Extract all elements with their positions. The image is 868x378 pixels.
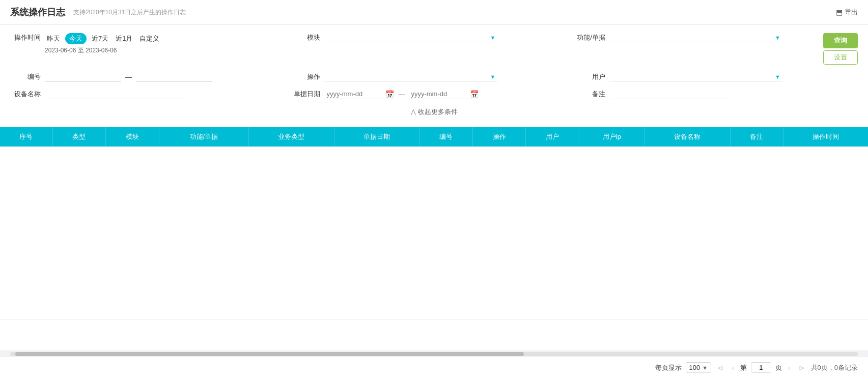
col-seq: 序号	[0, 127, 52, 147]
collapse-icon: ⋀	[411, 108, 416, 115]
total-info: 共0页，0条记录	[811, 363, 858, 372]
date-label: 单据日期	[290, 90, 320, 99]
page-number-input[interactable]	[751, 362, 771, 373]
remark-input[interactable]	[609, 89, 732, 99]
table-header: 序号 类型 模块 功能/单据 业务类型 单据日期 编号 操作 用户 用户ip 设…	[0, 127, 868, 147]
date-filter: 单据日期 📅 — 📅	[290, 89, 569, 99]
func-select[interactable]: ▼	[609, 34, 782, 42]
user-label: 用户	[570, 72, 605, 81]
device-filter: 设备名称	[10, 89, 290, 99]
time-btn-7days[interactable]: 近7天	[90, 33, 110, 44]
user-select[interactable]: ▼	[609, 73, 782, 81]
number-from-input[interactable]	[45, 72, 121, 82]
filter-area: 操作时间 昨天 今天 近7天 近1月 自定义 2023-06-06 至 2023…	[0, 25, 868, 127]
date-to-calendar-icon[interactable]: 📅	[470, 90, 479, 98]
col-biz-type: 业务类型	[249, 127, 334, 147]
number-label: 编号	[10, 72, 41, 81]
operation-filter: 操作 ▼	[290, 72, 569, 81]
operation-label: 操作	[290, 72, 320, 81]
module-label: 模块	[290, 33, 320, 42]
device-label: 设备名称	[10, 90, 41, 99]
pagination-bar: 每页显示 100 ▼ ⊲ ‹ 第 页 › ⊳ 共0页，0条记录	[0, 357, 868, 378]
time-options: 昨天 今天 近7天 近1月 自定义 2023-06-06 至 2023-06-0…	[45, 33, 161, 55]
collapse-row: ⋀ 收起更多条件	[10, 103, 858, 119]
time-buttons: 昨天 今天 近7天 近1月 自定义	[45, 33, 161, 44]
next-page-button[interactable]: ›	[786, 363, 793, 373]
user-chevron-icon: ▼	[775, 74, 780, 80]
empty-cell	[0, 147, 868, 319]
date-from-calendar-icon[interactable]: 📅	[385, 90, 394, 98]
scrollbar-thumb	[15, 352, 524, 356]
module-select[interactable]: ▼	[324, 34, 497, 42]
col-user: 用户	[526, 127, 579, 147]
query-button[interactable]: 查询	[823, 33, 858, 48]
collapse-button[interactable]: ⋀ 收起更多条件	[411, 107, 458, 117]
time-btn-yesterday[interactable]: 昨天	[45, 33, 62, 44]
col-operation: 操作	[472, 127, 525, 147]
col-remark: 备注	[730, 127, 783, 147]
page-header: 系统操作日志 支持2020年10月31日之后产生的操作日志 ⬒ 导出	[0, 0, 868, 25]
time-btn-custom[interactable]: 自定义	[137, 33, 161, 44]
scrollbar-area[interactable]	[0, 351, 868, 357]
col-module: 模块	[106, 127, 159, 147]
func-label: 功能/单据	[570, 33, 605, 42]
operation-chevron-icon: ▼	[490, 74, 496, 80]
col-device: 设备名称	[645, 127, 730, 147]
time-range: 2023-06-06 至 2023-06-06	[45, 46, 161, 55]
col-doc-date: 单据日期	[334, 127, 419, 147]
per-page-label: 每页显示	[655, 363, 682, 372]
collapse-label: 收起更多条件	[418, 107, 458, 117]
module-chevron-icon: ▼	[490, 35, 496, 41]
page-title: 系统操作日志	[10, 6, 65, 18]
module-filter: 模块 ▼	[290, 33, 569, 42]
operation-select[interactable]: ▼	[324, 73, 497, 81]
table-body	[0, 147, 868, 319]
col-func: 功能/单据	[159, 127, 248, 147]
per-page-chevron-icon: ▼	[702, 365, 708, 371]
prev-page-button[interactable]: ‹	[730, 363, 736, 373]
action-buttons: 查询 设置	[823, 33, 858, 65]
per-page-select[interactable]: 100 ▼	[686, 362, 712, 373]
empty-row	[0, 147, 868, 319]
first-page-button[interactable]: ⊲	[715, 363, 725, 373]
page-subtitle: 支持2020年10月31日之后产生的操作日志	[73, 8, 186, 17]
func-filter: 功能/单据 ▼	[570, 33, 807, 42]
device-input[interactable]	[45, 89, 187, 99]
page-label: 第	[740, 363, 747, 372]
table-area: 序号 类型 模块 功能/单据 业务类型 单据日期 编号 操作 用户 用户ip 设…	[0, 127, 868, 351]
date-range-sep: —	[398, 91, 405, 98]
page-wrapper: 系统操作日志 支持2020年10月31日之后产生的操作日志 ⬒ 导出 操作时间 …	[0, 0, 868, 378]
number-filter: 编号 —	[10, 72, 290, 82]
data-table: 序号 类型 模块 功能/单据 业务类型 单据日期 编号 操作 用户 用户ip 设…	[0, 127, 868, 320]
per-page-value: 100	[689, 364, 701, 371]
remark-label: 备注	[570, 90, 605, 99]
date-to-wrap: 📅	[409, 89, 479, 99]
col-type: 类型	[52, 127, 105, 147]
export-button[interactable]: ⬒ 导出	[836, 8, 858, 17]
user-filter: 用户 ▼	[570, 72, 807, 81]
page-unit: 页	[775, 363, 782, 372]
export-label: 导出	[845, 8, 858, 17]
table-header-row: 序号 类型 模块 功能/单据 业务类型 单据日期 编号 操作 用户 用户ip 设…	[0, 127, 868, 147]
date-to-input[interactable]	[409, 89, 470, 99]
number-to-input[interactable]	[136, 72, 212, 82]
number-range-sep: —	[125, 73, 132, 81]
date-from-wrap: 📅	[324, 89, 394, 99]
col-user-ip: 用户ip	[579, 127, 645, 147]
date-from-input[interactable]	[324, 89, 385, 99]
settings-button[interactable]: 设置	[823, 50, 858, 65]
time-label: 操作时间	[10, 33, 41, 42]
export-icon: ⬒	[836, 8, 843, 16]
time-btn-today[interactable]: 今天	[65, 33, 87, 44]
func-chevron-icon: ▼	[775, 35, 780, 41]
last-page-button[interactable]: ⊳	[797, 363, 807, 373]
col-number: 编号	[419, 127, 472, 147]
time-btn-1month[interactable]: 近1月	[114, 33, 134, 44]
time-filter-group: 操作时间 昨天 今天 近7天 近1月 自定义 2023-06-06 至 2023…	[10, 33, 290, 55]
col-op-time: 操作时间	[783, 127, 868, 147]
remark-filter: 备注	[570, 89, 807, 99]
scrollbar-track	[10, 352, 858, 356]
